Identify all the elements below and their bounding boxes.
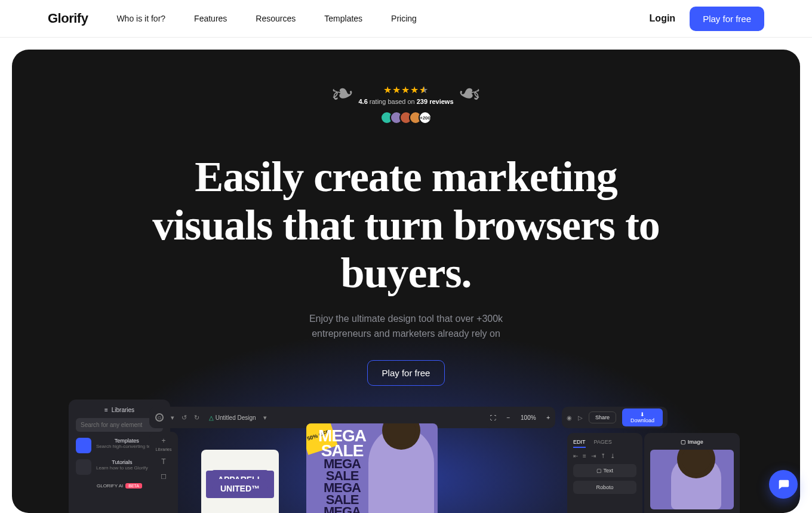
- hero-card: ❧ ❧ ★★★★★ 4.6 rating based on 239 review…: [12, 50, 800, 513]
- avatar-more: +200: [419, 111, 432, 124]
- rating-value: 4.6: [358, 98, 367, 105]
- hero-cta-button[interactable]: Play for free: [367, 360, 445, 386]
- zoom-control: ⛶ − 100% +: [485, 407, 555, 428]
- align-center-icon[interactable]: ≡: [583, 453, 586, 459]
- text-icon[interactable]: T: [161, 457, 165, 466]
- share-bar: ◉ ▷ Share ⬇ Download: [562, 407, 668, 428]
- nav-cta-button[interactable]: Play for free: [690, 7, 764, 31]
- nav-right: Login Play for free: [650, 7, 764, 31]
- doc-title[interactable]: Untitled Design: [209, 414, 256, 421]
- image-panel: ▢ Image: [644, 433, 740, 513]
- canvas-card-logo[interactable]: Logo APPARELLUNITED™: [201, 450, 279, 513]
- model-photo: [368, 427, 434, 513]
- font-select[interactable]: Roboto: [573, 481, 636, 494]
- star-row: ★★★★★: [343, 84, 469, 96]
- align-right-icon[interactable]: ⇥: [591, 453, 596, 459]
- login-link[interactable]: Login: [650, 13, 676, 24]
- undo-icon[interactable]: ↺: [182, 414, 187, 422]
- align-icons-row: ⇤ ≡ ⇥ ⤒ ⤓: [573, 453, 636, 459]
- share-button[interactable]: Share: [589, 411, 616, 423]
- lib-item-title: Templates: [96, 438, 157, 444]
- top-nav: Glorify Who is it for? Features Resource…: [0, 0, 812, 38]
- sale-text: MEGA SALE MEGA SALE MEGA SALE MEGA SALE: [306, 423, 378, 513]
- nav-who[interactable]: Who is it for?: [116, 14, 165, 23]
- image-thumbnail[interactable]: [650, 450, 734, 509]
- nav-features[interactable]: Features: [194, 14, 227, 23]
- tools-label: Libraries: [156, 447, 172, 451]
- rating-mid: rating based on: [368, 98, 417, 105]
- nav-links: Who is it for? Features Resources Templa…: [116, 14, 416, 23]
- zoom-value: 100%: [521, 414, 536, 421]
- chevron-down-icon[interactable]: ▾: [171, 414, 174, 422]
- tab-edit[interactable]: EDIT: [573, 439, 586, 448]
- template-icon: [76, 438, 91, 453]
- tutorial-icon: [76, 459, 91, 475]
- lib-item-sub: Learn how to use Glorify: [96, 465, 148, 471]
- brand-mark: APPARELLUNITED™: [201, 450, 279, 513]
- zoom-out-icon[interactable]: −: [507, 414, 510, 421]
- star-icon: ★: [401, 85, 410, 95]
- star-icon: ★: [410, 85, 419, 95]
- plus-icon[interactable]: +: [161, 437, 165, 445]
- nav-templates[interactable]: Templates: [324, 14, 362, 23]
- nav-left: Glorify Who is it for? Features Resource…: [48, 11, 417, 26]
- rating-count: 239 reviews: [417, 98, 454, 105]
- hero-sub: Enjoy the ultimate design tool that over…: [281, 312, 531, 342]
- chat-icon: [777, 478, 790, 491]
- beta-badge: BETA: [125, 483, 142, 489]
- app-mock: ≡Libraries Templates Search high-convert…: [69, 400, 743, 513]
- brand-logo[interactable]: Glorify: [48, 11, 88, 26]
- lib-item-sub: Search high-converting temp: [96, 444, 157, 449]
- hero-headline: Easily create marketing visuals that tur…: [137, 153, 675, 297]
- app-logo-icon[interactable]: G: [155, 413, 164, 422]
- edit-panel: EDIT PAGES ⇤ ≡ ⇥ ⤒ ⤓ ▢ Text Roboto: [567, 433, 642, 513]
- chevron-down-icon[interactable]: ▾: [263, 414, 267, 422]
- align-left-icon[interactable]: ⇤: [573, 453, 578, 459]
- star-half-icon: ★: [419, 84, 429, 96]
- star-icon: ★: [392, 85, 401, 95]
- crop-icon[interactable]: ⛶: [490, 414, 496, 421]
- download-button[interactable]: ⬇ Download: [622, 408, 663, 426]
- nav-pricing[interactable]: Pricing: [391, 14, 417, 23]
- shapes-icon[interactable]: ◻: [161, 472, 167, 480]
- align-top-icon[interactable]: ⤒: [601, 453, 605, 459]
- tab-pages[interactable]: PAGES: [594, 439, 612, 448]
- lib-item-title: Tutorials: [96, 459, 148, 465]
- rating-text: 4.6 rating based on 239 reviews: [343, 98, 469, 105]
- canvas-card-video[interactable]: Video 50% OFF MEGA SALE MEGA SALE MEGA S…: [306, 423, 438, 513]
- tools-strip: + Libraries T ◻: [149, 432, 178, 513]
- nav-resources[interactable]: Resources: [256, 14, 296, 23]
- image-panel-title: ▢ Image: [650, 439, 734, 445]
- text-section[interactable]: ▢ Text: [573, 464, 636, 477]
- avatar-row: +200: [343, 111, 469, 124]
- zoom-in-icon[interactable]: +: [546, 414, 550, 421]
- play-icon[interactable]: ▷: [578, 414, 583, 421]
- redo-icon[interactable]: ↻: [194, 414, 199, 422]
- rating-badge: ❧ ❧ ★★★★★ 4.6 rating based on 239 review…: [343, 84, 469, 124]
- chat-launcher[interactable]: [769, 470, 798, 499]
- hero-wrap: ❧ ❧ ★★★★★ 4.6 rating based on 239 review…: [0, 38, 812, 513]
- star-icon: ★: [383, 85, 392, 95]
- record-icon[interactable]: ◉: [567, 414, 572, 421]
- align-bottom-icon[interactable]: ⤓: [610, 453, 615, 459]
